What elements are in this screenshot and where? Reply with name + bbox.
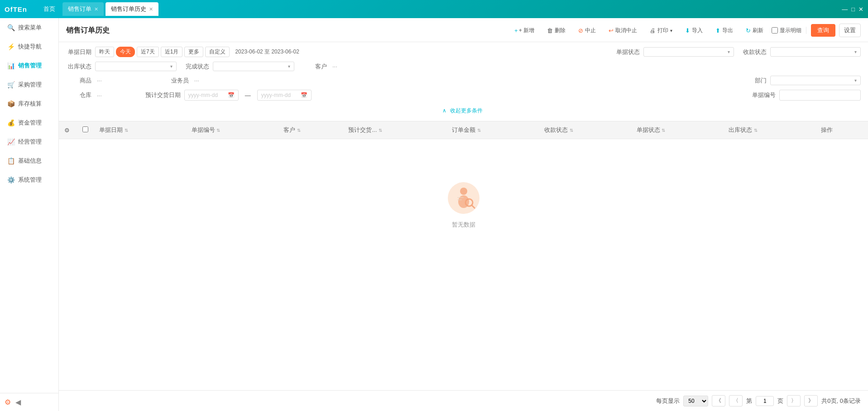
svg-point-0	[460, 188, 467, 195]
cancel-icon: ↩	[609, 27, 614, 34]
empty-illustration	[441, 175, 486, 221]
tab-list: 销售订单 ✕ 销售订单历史 ✕	[62, 0, 159, 18]
print-button[interactable]: 🖨 打印	[645, 24, 677, 37]
date-btn-1month[interactable]: 近1月	[161, 47, 183, 57]
toolbar-divider	[806, 27, 806, 34]
department-select[interactable]: ▾	[770, 76, 861, 85]
th-date[interactable]: 单据日期 ⇅	[94, 121, 186, 139]
complete-select-arrow: ▾	[288, 64, 290, 69]
filter-row-1: 单据日期 昨天 今天 近7天 近1月 更多 自定义 2023-06-02 至 2…	[66, 47, 861, 57]
sidebar-item-operation[interactable]: 📈 经营管理	[0, 132, 58, 151]
th-payment-status[interactable]: 收款状态 ⇅	[539, 121, 631, 139]
date-btn-yesterday[interactable]: 昨天	[95, 47, 114, 57]
sidebar-footer: ⚙ ◀	[0, 393, 58, 411]
page-input[interactable]	[756, 396, 774, 406]
display-checkbox[interactable]	[772, 27, 778, 34]
date-btn-7days[interactable]: 近7天	[137, 47, 159, 57]
table-body: 暂无数据	[59, 139, 868, 266]
tab-sales-order[interactable]: 销售订单 ✕	[62, 2, 104, 16]
date-btn-more[interactable]: 更多	[184, 47, 203, 57]
topbar-close[interactable]: ✕	[858, 6, 863, 13]
sidebar-item-quick-nav[interactable]: ⚡ 快捷导航	[0, 37, 58, 56]
settings-button[interactable]: 设置	[839, 24, 861, 37]
salesperson-select[interactable]: ···	[194, 77, 199, 84]
sidebar-item-sales[interactable]: 📊 销售管理	[0, 56, 58, 75]
th-customer[interactable]: 客户 ⇅	[278, 121, 343, 139]
sidebar-item-inventory[interactable]: 📦 库存核算	[0, 94, 58, 113]
tab-sales-order-history[interactable]: 销售订单历史 ✕	[106, 2, 158, 16]
department-select-arrow: ▾	[854, 78, 857, 83]
sort-date-icon: ⇅	[125, 128, 128, 133]
refresh-button[interactable]: ↻ 刷新	[741, 24, 768, 37]
collapse-icon: ∧	[442, 107, 446, 114]
sidebar-item-purchase[interactable]: 🛒 采购管理	[0, 75, 58, 94]
expected-date-from[interactable]: yyyy-mm-dd 📅	[184, 90, 239, 101]
calendar-from-icon[interactable]: 📅	[228, 92, 235, 98]
cancel-stop-button[interactable]: ↩ 取消中止	[604, 24, 642, 37]
print-icon: 🖨	[650, 27, 656, 34]
stop-button[interactable]: ⊘ 中止	[574, 24, 600, 37]
brand-logo: OfTEn	[5, 5, 27, 13]
refresh-icon: ↻	[746, 27, 751, 34]
product-select[interactable]: ···	[97, 77, 102, 84]
next-page-button[interactable]: 〉	[787, 395, 801, 406]
customer-select[interactable]: ···	[332, 63, 337, 70]
filter-warehouse: 仓库 ···	[66, 91, 102, 99]
sidebar-collapse-icon[interactable]: ◀	[15, 398, 21, 406]
base-icon: 📋	[7, 157, 14, 164]
delete-button[interactable]: 🗑 删除	[542, 24, 570, 37]
new-button[interactable]: + + 新增	[510, 24, 539, 37]
status-select[interactable]: ▾	[643, 47, 734, 57]
sidebar-item-base[interactable]: 📋 基础信息	[0, 151, 58, 170]
complete-select[interactable]: ▾	[213, 62, 294, 71]
total-text: 共0页, 0条记录	[821, 397, 861, 405]
empty-text: 暂无数据	[452, 221, 475, 229]
topbar-maximize[interactable]: □	[851, 6, 855, 13]
select-all-checkbox[interactable]	[82, 126, 88, 132]
page-size-select[interactable]: 50 10 20 100	[683, 396, 708, 406]
th-amount[interactable]: 订单金额 ⇅	[446, 121, 539, 139]
warehouse-select[interactable]: ···	[97, 92, 102, 99]
collapse-more[interactable]: ∧ 收起更多条件	[66, 105, 861, 116]
date-btn-today[interactable]: 今天	[116, 47, 135, 57]
th-settings[interactable]: ⚙	[59, 121, 77, 139]
product-label: 商品	[66, 77, 91, 85]
outbound-label: 出库状态	[66, 63, 91, 71]
first-page-button[interactable]: 《	[712, 395, 725, 406]
export-button[interactable]: ⬆ 导出	[711, 24, 738, 37]
prev-page-button[interactable]: 〈	[729, 395, 743, 406]
finance-icon: 💰	[7, 119, 14, 126]
nav-icon: ⚡	[7, 43, 14, 50]
date-btn-custom[interactable]: 自定义	[205, 47, 230, 57]
data-table: ⚙ 单据日期 ⇅ 单据编号 ⇅ 客户 ⇅ 预计交货... ⇅ 订单金额 ⇅ 收款…	[59, 121, 868, 265]
sidebar-settings-icon[interactable]: ⚙	[5, 398, 11, 406]
filter-area: 单据日期 昨天 今天 近7天 近1月 更多 自定义 2023-06-02 至 2…	[59, 42, 868, 121]
outbound-select[interactable]: ▾	[95, 62, 177, 71]
topbar-minimize[interactable]: —	[842, 6, 848, 13]
payment-select[interactable]: ▾	[770, 47, 861, 57]
tab-sales-order-close[interactable]: ✕	[94, 6, 98, 12]
tab-home[interactable]: 首页	[36, 0, 62, 18]
sort-payment-icon: ⇅	[570, 128, 573, 133]
calendar-to-icon[interactable]: 📅	[301, 92, 307, 98]
page-header: 销售订单历史 + + 新增 🗑 删除 ⊘ 中止 ↩	[59, 18, 868, 42]
sidebar-item-finance[interactable]: 💰 资金管理	[0, 113, 58, 132]
th-doc-status[interactable]: 单据状态 ⇅	[631, 121, 724, 139]
filter-department: 部门 ▾	[741, 76, 861, 85]
sort-customer-icon: ⇅	[297, 128, 301, 133]
salesperson-label: 业务员	[163, 77, 189, 85]
th-outbound[interactable]: 出库状态 ⇅	[723, 121, 815, 139]
last-page-button[interactable]: 》	[804, 395, 818, 406]
sidebar-item-search-menu[interactable]: 🔍 搜索菜单	[0, 18, 58, 37]
query-button[interactable]: 查询	[811, 24, 835, 37]
th-expected-date[interactable]: 预计交货... ⇅	[343, 121, 446, 139]
settings-icon: ⚙	[64, 127, 70, 134]
status-select-arrow: ▾	[728, 49, 730, 54]
import-button[interactable]: ⬇ 导入	[681, 24, 707, 37]
tab-history-close[interactable]: ✕	[149, 6, 153, 12]
sort-order-icon: ⇅	[216, 128, 220, 133]
expected-date-to[interactable]: yyyy-mm-dd 📅	[257, 90, 312, 101]
order-no-input[interactable]	[779, 90, 861, 101]
sidebar-item-system[interactable]: ⚙️ 系统管理	[0, 170, 58, 189]
th-order-no[interactable]: 单据编号 ⇅	[186, 121, 278, 139]
